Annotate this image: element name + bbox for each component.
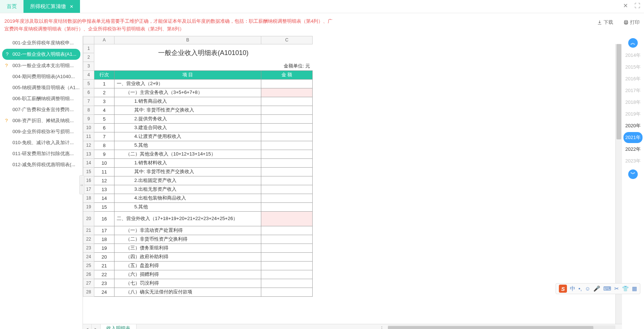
amount-cell[interactable] [261, 88, 313, 97]
year-2019年[interactable]: 2019年 [622, 109, 644, 120]
tab-close-icon[interactable]: ✕ [70, 4, 73, 9]
row-header[interactable]: 9 [83, 114, 94, 123]
col-header-C[interactable]: C [261, 36, 313, 44]
row-header[interactable]: 26 [83, 270, 94, 279]
amount-cell[interactable] [261, 97, 313, 106]
row-header[interactable]: 1 [83, 44, 94, 53]
row-header[interactable]: 12 [83, 141, 94, 150]
ime-item-4[interactable]: ⌨ [603, 285, 611, 292]
row-header[interactable]: 15 [83, 167, 94, 176]
nav-item-12[interactable]: 012-减免所得税优惠明细表(... [0, 159, 83, 170]
ime-item-6[interactable]: 👕 [622, 285, 629, 292]
amount-cell[interactable] [261, 194, 313, 202]
amount-cell[interactable] [261, 79, 313, 88]
row-header[interactable]: 17 [83, 185, 94, 194]
tab-home[interactable]: 首页 [0, 0, 23, 13]
nav-item-8[interactable]: ?008-资产折旧、摊销及纳税... [0, 115, 83, 126]
amount-cell[interactable] [261, 176, 313, 185]
row-header[interactable]: 19 [83, 202, 94, 211]
row-header[interactable]: 24 [83, 252, 94, 261]
ime-item-7[interactable]: ▦ [632, 285, 637, 292]
amount-cell[interactable] [261, 288, 313, 296]
amount-cell[interactable] [261, 141, 313, 150]
amount-cell[interactable] [261, 132, 313, 141]
amount-cell[interactable] [261, 106, 313, 114]
row-header[interactable]: 23 [83, 244, 94, 252]
year-2023年[interactable]: 2023年 [622, 156, 644, 167]
ime-toolbar[interactable]: S 中•,☺🎤⌨✂👕▦ [556, 283, 640, 294]
row-header[interactable]: 5 [83, 79, 94, 88]
year-2014年[interactable]: 2014年 [622, 50, 644, 61]
col-header-A[interactable]: A [94, 36, 114, 44]
year-2022年[interactable]: 2022年 [622, 144, 644, 155]
nav-item-5[interactable]: 005-纳税调整项目明细表（A1... [0, 82, 83, 93]
tab-active[interactable]: 所得税汇算清缴 ✕ [23, 0, 80, 13]
horizontal-scrollbar[interactable] [388, 325, 615, 329]
amount-cell[interactable] [261, 158, 313, 167]
year-2020年[interactable]: 2020年 [622, 120, 644, 131]
download-button[interactable]: 下载 [597, 19, 613, 26]
row-header[interactable]: 7 [83, 97, 94, 106]
grid-corner[interactable] [83, 36, 94, 44]
row-header[interactable]: 13 [83, 150, 94, 158]
row-header[interactable]: 18 [83, 194, 94, 202]
amount-cell[interactable] [261, 123, 313, 132]
amount-cell[interactable] [261, 167, 313, 176]
row-header[interactable]: 4 [83, 70, 94, 79]
collapse-left-handle[interactable]: ‹‹ [79, 175, 84, 194]
ime-item-1[interactable]: •, [578, 285, 582, 292]
year-scroll-up-icon[interactable]: ︽ [628, 38, 638, 48]
row-header[interactable]: 11 [83, 132, 94, 141]
year-2021年[interactable]: 2021年 [623, 132, 643, 143]
row-header[interactable]: 28 [83, 288, 94, 296]
row-header[interactable]: 20 [83, 211, 94, 226]
amount-cell[interactable] [261, 244, 313, 252]
year-2015年[interactable]: 2015年 [622, 62, 644, 73]
nav-item-2[interactable]: ?002-一般企业收入明细表(A1... [2, 49, 80, 60]
sheet-tab[interactable]: 收入明细表 [101, 324, 137, 329]
amount-cell[interactable] [261, 226, 313, 235]
row-header[interactable]: 2 [83, 53, 94, 62]
year-2017年[interactable]: 2017年 [622, 85, 644, 96]
amount-cell[interactable] [261, 252, 313, 261]
row-header[interactable]: 3 [83, 62, 94, 70]
amount-cell[interactable] [261, 150, 313, 158]
amount-cell[interactable] [261, 211, 313, 226]
row-header[interactable]: 22 [83, 235, 94, 244]
nav-item-11[interactable]: 011-研发费用加计扣除优惠... [0, 148, 83, 159]
amount-cell[interactable] [261, 202, 313, 211]
col-header-B[interactable]: B [114, 36, 261, 44]
amount-cell[interactable] [261, 270, 313, 279]
ime-item-3[interactable]: 🎤 [593, 285, 600, 292]
year-2018年[interactable]: 2018年 [622, 97, 644, 108]
nav-item-1[interactable]: 001-企业所得税年度纳税申... [0, 37, 83, 48]
ime-item-5[interactable]: ✂ [614, 285, 619, 292]
fullscreen-icon[interactable]: ⛶ [634, 3, 640, 9]
amount-cell[interactable] [261, 235, 313, 244]
row-header[interactable]: 14 [83, 158, 94, 167]
year-2016年[interactable]: 2016年 [622, 73, 644, 84]
print-button[interactable]: 打印 [623, 19, 640, 26]
sheet-nav-prev[interactable]: ▸ [92, 324, 101, 329]
row-header[interactable]: 25 [83, 261, 94, 270]
row-header[interactable]: 10 [83, 123, 94, 132]
year-scroll-down-icon[interactable]: ︾ [628, 169, 638, 179]
row-header[interactable]: 6 [83, 88, 94, 97]
nav-item-9[interactable]: 009-企业所得税弥补亏损明... [0, 126, 83, 137]
row-header[interactable]: 8 [83, 106, 94, 114]
nav-item-6[interactable]: 006-职工薪酬纳税调整明细... [0, 93, 83, 104]
ime-item-2[interactable]: ☺ [585, 285, 590, 292]
amount-cell[interactable] [261, 114, 313, 123]
nav-item-10[interactable]: 010-免税、减计收入及加计... [0, 137, 83, 148]
nav-item-4[interactable]: 004-期间费用明细表(A1040... [0, 71, 83, 82]
sheet-tab-menu-icon[interactable]: ⋮ [379, 325, 384, 329]
row-header[interactable]: 16 [83, 176, 94, 185]
row-header[interactable]: 27 [83, 279, 94, 288]
sheet-nav-first[interactable]: ◂ [83, 324, 92, 329]
ime-item-0[interactable]: 中 [570, 285, 575, 292]
amount-cell[interactable] [261, 185, 313, 194]
amount-cell[interactable] [261, 279, 313, 288]
close-icon[interactable]: ✕ [623, 2, 628, 9]
amount-cell[interactable] [261, 261, 313, 270]
nav-item-7[interactable]: 007-广告费和业务宣传费跨... [0, 104, 83, 115]
